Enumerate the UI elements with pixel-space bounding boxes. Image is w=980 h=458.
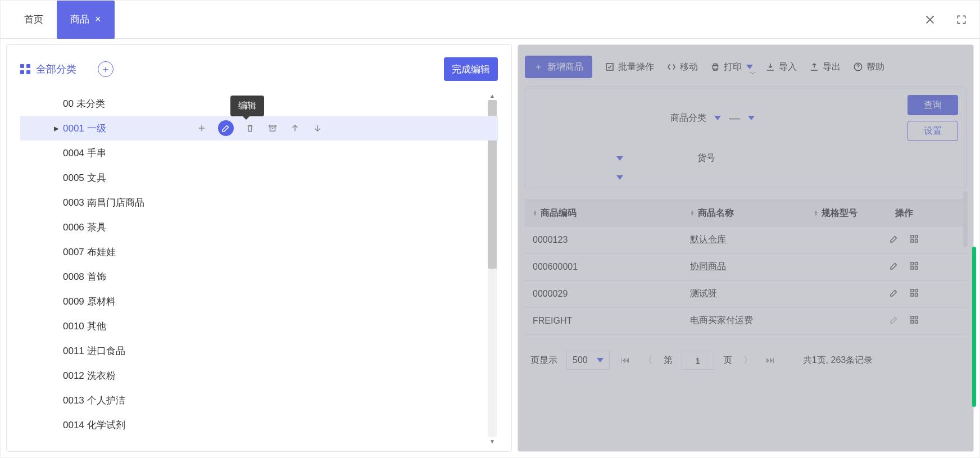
modal-overlay xyxy=(518,45,973,451)
category-label: 0008 首饰 xyxy=(63,270,106,283)
category-item[interactable]: 0011 进口食品 xyxy=(20,338,498,363)
product-panel: ＋ 新增商品 批量操作 移动 打印﹀ 导入 导出 帮助 商品分类 xyxy=(518,44,974,452)
category-label: 0014 化学试剂 xyxy=(63,419,125,432)
category-item[interactable]: 0014 化学试剂 xyxy=(20,412,498,437)
category-item[interactable]: 0009 原材料 xyxy=(20,289,498,314)
category-label: 0003 南昌门店商品 xyxy=(63,196,144,209)
category-item[interactable]: 0010 其他 xyxy=(20,314,498,338)
category-label: 0010 其他 xyxy=(63,320,106,333)
move-down-icon[interactable] xyxy=(311,122,324,134)
category-label: 0001 一级 xyxy=(63,122,106,135)
archive-icon[interactable] xyxy=(266,122,279,134)
category-label: 0013 个人护洁 xyxy=(63,394,125,407)
category-tree: ▲ ▼ 00 未分类▸0001 一级编辑0004 手串0005 文具0003 南… xyxy=(20,91,498,446)
category-label: 00 未分类 xyxy=(63,97,105,110)
panel-title-label: 全部分类 xyxy=(36,62,76,76)
category-item[interactable]: 0007 布娃娃 xyxy=(20,239,498,264)
expand-icon[interactable]: ▸ xyxy=(54,123,59,134)
category-item[interactable]: 0005 文具 xyxy=(20,165,498,190)
delete-icon[interactable] xyxy=(244,122,256,134)
resize-handle[interactable] xyxy=(972,247,976,407)
category-label: 0007 布娃娃 xyxy=(63,246,116,259)
finish-edit-button[interactable]: 完成编辑 xyxy=(444,57,498,81)
tab-product[interactable]: 商品 × xyxy=(57,1,115,39)
category-item[interactable]: 0008 首饰 xyxy=(20,264,498,289)
tooltip: 编辑 xyxy=(230,96,264,116)
category-label: 0009 原材料 xyxy=(63,295,116,308)
category-item[interactable]: 0012 洗衣粉 xyxy=(20,363,498,388)
tab-product-label: 商品 xyxy=(70,13,89,26)
move-up-icon[interactable] xyxy=(289,122,301,134)
grid-icon xyxy=(20,64,30,74)
category-item[interactable]: 0004 手串 xyxy=(20,140,498,165)
tab-bar: 首页 商品 × xyxy=(1,1,979,39)
category-item[interactable]: ▸0001 一级编辑 xyxy=(20,116,498,140)
category-item[interactable]: 0013 个人护洁 xyxy=(20,388,498,412)
table-scrollbar[interactable] xyxy=(963,191,968,247)
category-label: 0004 手串 xyxy=(63,147,106,160)
scroll-down-icon[interactable]: ▼ xyxy=(488,437,497,446)
category-label: 0011 进口食品 xyxy=(63,344,125,357)
tab-home[interactable]: 首页 xyxy=(11,1,57,39)
add-category-icon[interactable]: ＋ xyxy=(98,61,114,77)
close-icon[interactable]: × xyxy=(95,13,101,25)
edit-icon[interactable]: 编辑 xyxy=(218,120,234,136)
category-panel: 全部分类 ＋ 完成编辑 ▲ ▼ 00 未分类▸0001 一级编辑0004 手串0… xyxy=(6,44,512,452)
fullscreen-icon[interactable] xyxy=(951,10,972,30)
category-label: 0006 茶具 xyxy=(63,221,106,234)
category-item[interactable]: 0003 南昌门店商品 xyxy=(20,190,498,215)
panel-title[interactable]: 全部分类 xyxy=(20,62,76,76)
close-all-icon[interactable] xyxy=(920,10,940,30)
category-item[interactable]: 0006 茶具 xyxy=(20,215,498,239)
add-icon[interactable] xyxy=(196,122,208,134)
category-label: 0005 文具 xyxy=(63,171,106,184)
svg-rect-4 xyxy=(269,125,276,127)
category-label: 0012 洗衣粉 xyxy=(63,369,116,382)
